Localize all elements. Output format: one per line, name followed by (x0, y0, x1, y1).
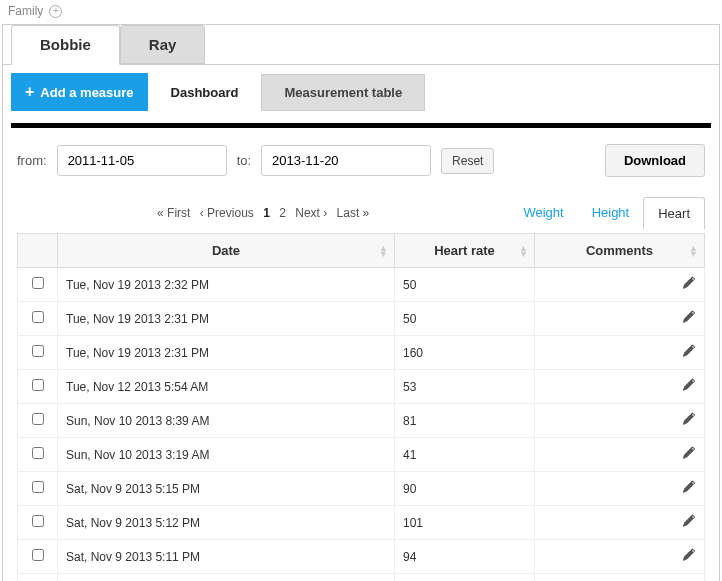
table-row: Tue, Nov 19 2013 2:32 PM50 (18, 268, 705, 302)
edit-icon[interactable] (682, 480, 696, 494)
pager-first[interactable]: « First (157, 206, 190, 220)
to-label: to: (237, 153, 251, 168)
col-date[interactable]: Date▲▼ (58, 234, 395, 268)
metric-tab-heart[interactable]: Heart (643, 197, 705, 229)
cell-comments (535, 574, 705, 582)
table-row: Sun, Nov 10 2013 3:19 AM41 (18, 438, 705, 472)
table-row: Sun, Nov 10 2013 8:39 AM81 (18, 404, 705, 438)
reset-button[interactable]: Reset (441, 148, 494, 174)
cell-comments (535, 506, 705, 540)
add-family-icon[interactable]: + (49, 5, 62, 18)
metric-tab-weight[interactable]: Weight (509, 197, 577, 229)
pager-top: « First ‹ Previous 1 2 Next › Last » (17, 206, 509, 220)
row-checkbox[interactable] (32, 277, 44, 289)
cell-date: Sat, Nov 9 2013 5:15 PM (58, 472, 395, 506)
edit-icon[interactable] (682, 276, 696, 290)
cell-heart-rate: 90 (395, 472, 535, 506)
table-row: Tue, Nov 12 2013 5:54 AM53 (18, 370, 705, 404)
cell-date: Tue, Nov 12 2013 5:54 AM (58, 370, 395, 404)
cell-date: Sun, Nov 10 2013 3:19 AM (58, 438, 395, 472)
cell-comments (535, 472, 705, 506)
sort-icon: ▲▼ (689, 245, 698, 257)
add-measure-label: Add a measure (40, 85, 133, 100)
cell-heart-rate: 50 (395, 302, 535, 336)
measurements-table: Date▲▼ Heart rate▲▼ Comments▲▼ Tue, Nov … (17, 233, 705, 581)
edit-icon[interactable] (682, 548, 696, 562)
table-row: Sat, Nov 9 2013 5:09 PM91 (18, 574, 705, 582)
cell-comments (535, 438, 705, 472)
row-checkbox[interactable] (32, 515, 44, 527)
person-tabs: Bobbie Ray (3, 25, 719, 65)
metric-tab-height[interactable]: Height (578, 197, 644, 229)
cell-heart-rate: 91 (395, 574, 535, 582)
edit-icon[interactable] (682, 344, 696, 358)
table-row: Sat, Nov 9 2013 5:15 PM90 (18, 472, 705, 506)
family-label: Family (8, 4, 43, 18)
cell-heart-rate: 53 (395, 370, 535, 404)
cell-heart-rate: 160 (395, 336, 535, 370)
person-tab-ray[interactable]: Ray (120, 25, 206, 64)
table-row: Tue, Nov 19 2013 2:31 PM50 (18, 302, 705, 336)
edit-icon[interactable] (682, 514, 696, 528)
cell-heart-rate: 41 (395, 438, 535, 472)
col-comments[interactable]: Comments▲▼ (535, 234, 705, 268)
row-checkbox[interactable] (32, 549, 44, 561)
sort-icon: ▲▼ (519, 245, 528, 257)
cell-comments (535, 302, 705, 336)
sort-icon: ▲▼ (379, 245, 388, 257)
pager-page-2[interactable]: 2 (279, 206, 286, 220)
cell-heart-rate: 101 (395, 506, 535, 540)
cell-date: Sun, Nov 10 2013 8:39 AM (58, 404, 395, 438)
edit-icon[interactable] (682, 378, 696, 392)
tab-dashboard[interactable]: Dashboard (148, 74, 262, 111)
cell-heart-rate: 81 (395, 404, 535, 438)
cell-comments (535, 336, 705, 370)
row-checkbox[interactable] (32, 481, 44, 493)
pager-page-1[interactable]: 1 (263, 206, 270, 220)
pager-last[interactable]: Last » (337, 206, 370, 220)
from-label: from: (17, 153, 47, 168)
table-row: Sat, Nov 9 2013 5:12 PM101 (18, 506, 705, 540)
table-row: Tue, Nov 19 2013 2:31 PM160 (18, 336, 705, 370)
cell-date: Sat, Nov 9 2013 5:09 PM (58, 574, 395, 582)
cell-heart-rate: 50 (395, 268, 535, 302)
from-date-input[interactable] (57, 145, 227, 176)
cell-comments (535, 404, 705, 438)
col-checkbox (18, 234, 58, 268)
edit-icon[interactable] (682, 310, 696, 324)
person-tab-bobbie[interactable]: Bobbie (11, 25, 120, 65)
row-checkbox[interactable] (32, 379, 44, 391)
tab-measurement-table[interactable]: Measurement table (261, 74, 425, 111)
pager-next[interactable]: Next › (295, 206, 327, 220)
cell-comments (535, 540, 705, 574)
edit-icon[interactable] (682, 446, 696, 460)
cell-date: Tue, Nov 19 2013 2:32 PM (58, 268, 395, 302)
row-checkbox[interactable] (32, 413, 44, 425)
row-checkbox[interactable] (32, 311, 44, 323)
add-measure-button[interactable]: + Add a measure (11, 73, 148, 111)
plus-icon: + (25, 83, 34, 101)
cell-date: Sat, Nov 9 2013 5:12 PM (58, 506, 395, 540)
cell-comments (535, 370, 705, 404)
cell-date: Tue, Nov 19 2013 2:31 PM (58, 336, 395, 370)
download-button[interactable]: Download (605, 144, 705, 177)
cell-date: Tue, Nov 19 2013 2:31 PM (58, 302, 395, 336)
row-checkbox[interactable] (32, 447, 44, 459)
cell-date: Sat, Nov 9 2013 5:11 PM (58, 540, 395, 574)
to-date-input[interactable] (261, 145, 431, 176)
cell-comments (535, 268, 705, 302)
table-row: Sat, Nov 9 2013 5:11 PM94 (18, 540, 705, 574)
edit-icon[interactable] (682, 412, 696, 426)
col-heart-rate[interactable]: Heart rate▲▼ (395, 234, 535, 268)
pager-prev[interactable]: ‹ Previous (200, 206, 254, 220)
row-checkbox[interactable] (32, 345, 44, 357)
cell-heart-rate: 94 (395, 540, 535, 574)
